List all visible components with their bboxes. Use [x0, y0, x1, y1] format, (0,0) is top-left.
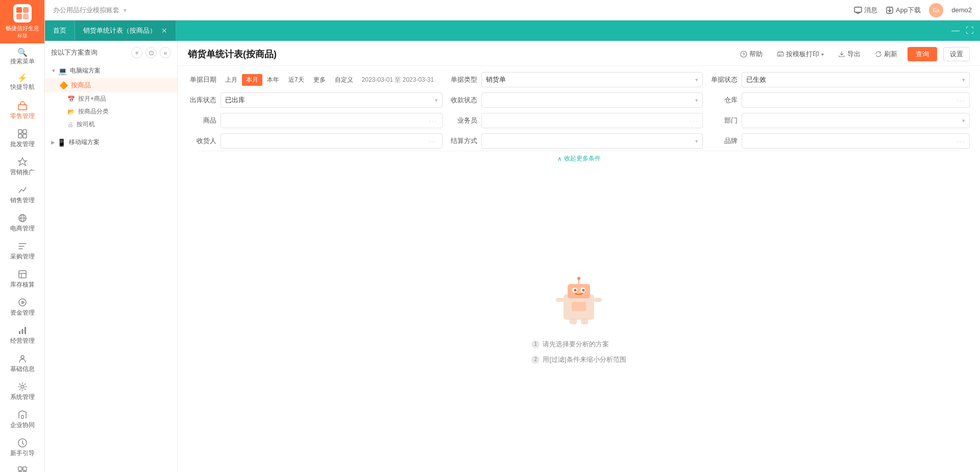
template-print-arrow-icon[interactable]: ▾ [821, 52, 824, 57]
sidebar-item-operations[interactable]: 经营管理 [0, 321, 44, 349]
svg-rect-7 [18, 134, 22, 138]
scheme-item-by-category[interactable]: 📂 按商品分类 [45, 105, 177, 118]
by-category-icon: 📂 [67, 108, 75, 115]
payment-status-arrow-icon: ▾ [695, 97, 698, 104]
add-scheme-btn[interactable]: + [131, 47, 142, 58]
app-name: 畅捷信好生意 [6, 25, 39, 32]
sidebar-item-ecommerce-label: 电商管理 [10, 224, 35, 233]
doc-status-control[interactable]: 已生效 ▾ [742, 72, 970, 87]
avatar[interactable]: Ea [929, 3, 943, 17]
mobile-scheme-group: ▶ 📱 移动端方案 [45, 134, 177, 151]
date-tab-more[interactable]: 更多 [309, 74, 330, 86]
svg-rect-28 [568, 284, 590, 298]
date-tab-custom[interactable]: 自定义 [330, 74, 358, 86]
scheme-item-by-month-goods[interactable]: 📅 按月+商品 [45, 92, 177, 105]
breadcrumb-text: 办公用品行业模拟账套 [53, 6, 119, 15]
sidebar-item-newbie[interactable]: 新手引导 [0, 434, 44, 462]
goods-filter: 商品 ··· [188, 113, 449, 128]
sidebar-item-sales[interactable]: 销售管理 [0, 181, 44, 209]
sidebar-item-purchase[interactable]: 采购管理 [0, 237, 44, 265]
delivery-status-control[interactable]: 已出库 ▾ [220, 92, 443, 108]
sidebar-item-retail[interactable]: 零售管理 [0, 97, 44, 125]
app-logo[interactable]: 畅捷信好生意 标版 [0, 0, 45, 43]
collapse-more-btn[interactable]: ∧ 收起更多条件 [198, 151, 960, 166]
doc-status-arrow-icon: ▾ [962, 77, 965, 83]
doc-type-control[interactable]: 销货单 ▾ [481, 72, 703, 87]
svg-rect-39 [572, 302, 586, 311]
tab-close-icon[interactable]: ✕ [161, 27, 167, 35]
sidebar-item-apps[interactable]: 应用中心 [0, 462, 44, 472]
brand-label: 品牌 [709, 136, 742, 146]
message-btn[interactable]: 消息 [854, 6, 877, 15]
sidebar-item-finance[interactable]: 资金管理 [0, 293, 44, 321]
empty-step-2-label: 用[过滤]条件来缩小分析范围 [543, 353, 626, 366]
payment-status-control[interactable]: ▾ [481, 92, 703, 108]
doc-status-label: 单据状态 [709, 75, 742, 84]
tab-home[interactable]: 首页 [45, 20, 75, 41]
tab-expand-btn[interactable]: ⛶ [964, 24, 976, 37]
salesperson-control[interactable]: ··· [481, 113, 703, 128]
tab-minimize-btn[interactable]: — [949, 24, 962, 37]
breadcrumb-arrow-icon: ▾ [124, 7, 127, 14]
search-menu-btn[interactable]: 🔍 搜索菜单 [0, 43, 44, 70]
scheme-item-by-goods[interactable]: 🔶 按商品 [45, 78, 177, 92]
sidebar-item-system[interactable]: 系统管理 [0, 377, 44, 406]
date-tab-this-year[interactable]: 本年 [262, 74, 284, 86]
settlement-control[interactable]: ▾ [481, 133, 703, 149]
empty-step-1: 1 请先选择要分析的方案 [531, 338, 626, 351]
date-tab-last-month[interactable]: 上月 [220, 74, 242, 86]
svg-rect-5 [18, 130, 22, 133]
content-area: 按以下方案查询 + ⊙ « ▼ 💻 电脑端方案 🔶 按商品 [45, 41, 980, 472]
warehouse-control[interactable]: ··· [742, 92, 970, 108]
sidebar-item-ecommerce[interactable]: 电商管理 [0, 209, 44, 237]
sidebar-item-enterprise[interactable]: 企业协同 [0, 406, 44, 434]
export-btn[interactable]: 导出 [834, 48, 865, 61]
department-control[interactable]: ▾ [742, 113, 970, 128]
sidebar-item-marketing[interactable]: 营销推广 [0, 153, 44, 181]
page-title: 销货单统计表(按商品) [188, 48, 277, 60]
receiver-dots-icon: ··· [429, 137, 438, 145]
sidebar: 畅捷信好生意 标版 🔍 搜索菜单 ⚡ 快捷导航 零售管理 批发管理 营销推广 销… [0, 0, 45, 472]
sidebar-item-retail-label: 零售管理 [10, 112, 35, 121]
right-content: 销货单统计表(按商品) 帮助 按模板打印 ▾ 导出 [178, 41, 980, 472]
query-btn[interactable]: 查询 [908, 47, 937, 61]
svg-rect-3 [23, 14, 29, 19]
mobile-group-title[interactable]: ▶ 📱 移动端方案 [45, 136, 177, 149]
date-tab-this-month[interactable]: 本月 [242, 74, 262, 86]
collapse-panel-btn[interactable]: « [160, 47, 171, 58]
empty-state: 1 请先选择要分析的方案 2 用[过滤]条件来缩小分析范围 [178, 172, 980, 472]
refresh-btn[interactable]: 刷新 [871, 48, 901, 61]
tab-bar-actions: — ⛶ [945, 20, 980, 41]
help-btn[interactable]: 帮助 [736, 48, 767, 61]
collapse-label: 收起更多条件 [564, 154, 601, 163]
svg-rect-0 [16, 7, 22, 13]
brand-control[interactable]: ··· [742, 133, 970, 149]
pc-group-title[interactable]: ▼ 💻 电脑端方案 [45, 64, 177, 77]
user-name[interactable]: demo2 [951, 6, 972, 14]
template-print-btn[interactable]: 按模板打印 ▾ [773, 48, 828, 61]
goods-control[interactable]: ··· [220, 113, 443, 128]
settings-scheme-btn[interactable]: ⊙ [145, 47, 157, 58]
sidebar-item-inventory[interactable]: 库存核算 [0, 265, 44, 293]
doc-status-value: 已生效 [746, 75, 766, 84]
filter-row-4: 收货人 ··· 结算方式 ▾ 品牌 [188, 133, 970, 149]
date-tab-7days[interactable]: 近7天 [284, 74, 309, 86]
page-actions: 帮助 按模板打印 ▾ 导出 刷新 [736, 47, 970, 61]
sidebar-item-wholesale[interactable]: 批发管理 [0, 125, 44, 153]
refresh-label: 刷新 [884, 50, 897, 59]
doc-type-value: 销货单 [486, 75, 506, 84]
date-filter-group: 单据日期 上月 本月 本年 近7天 更多 自定义 2023-03-01 至 20… [188, 74, 449, 86]
sidebar-item-newbie-label: 新手引导 [10, 449, 35, 458]
quick-nav-btn[interactable]: ⚡ 快捷导航 [0, 70, 44, 95]
breadcrumb-area: 办公用品行业模拟账套 ▾ [53, 6, 127, 15]
delivery-status-arrow-icon: ▾ [435, 97, 438, 104]
app-download-btn[interactable]: App下载 [886, 6, 921, 15]
settings-btn[interactable]: 设置 [943, 47, 970, 61]
sidebar-item-basic[interactable]: 基础信息 [0, 349, 44, 377]
scheme-item-by-printer[interactable]: 🖨 按司机 [45, 118, 177, 131]
salesperson-label: 业务员 [449, 116, 481, 125]
tab-sales-stats[interactable]: 销货单统计表（按商品） ✕ [75, 20, 176, 41]
svg-point-24 [741, 51, 747, 57]
filter-row-2: 出库状态 已出库 ▾ 收款状态 ▾ 仓库 [188, 92, 970, 108]
receiver-control[interactable]: ··· [220, 133, 443, 149]
